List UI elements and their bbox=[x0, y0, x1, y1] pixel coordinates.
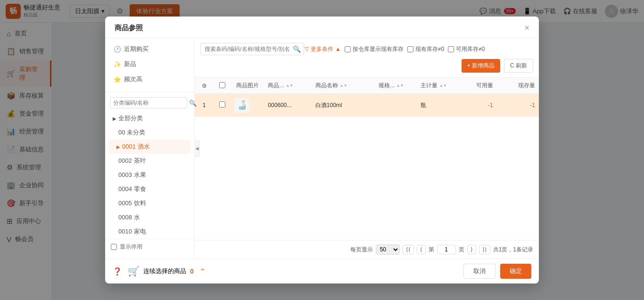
prev-page-button[interactable]: ⟨ bbox=[417, 245, 426, 254]
first-page-button[interactable]: ⟨⟨ bbox=[403, 245, 414, 254]
row-code: 000600... bbox=[264, 94, 311, 117]
per-page-select[interactable]: 50 20 100 bbox=[376, 244, 400, 255]
row-available-value: -1 bbox=[488, 102, 493, 108]
page-number-input[interactable] bbox=[437, 245, 456, 254]
cart-area: 🛒 连续选择的商品 0 bbox=[128, 266, 194, 277]
all-arrow-icon: ▶ bbox=[113, 116, 116, 121]
col-header-name[interactable]: 商品名称 ▲▼ bbox=[312, 78, 375, 94]
product-search-input[interactable] bbox=[200, 43, 304, 55]
warehouse-stock-checkbox[interactable] bbox=[345, 46, 351, 52]
row-checkbox[interactable] bbox=[219, 101, 225, 108]
tree-item-cat0005[interactable]: 0005 饮料 bbox=[109, 196, 190, 210]
modal-header: 商品参照 × bbox=[105, 17, 539, 38]
row-check[interactable] bbox=[214, 94, 231, 117]
col-header-settings: ⚙ bbox=[195, 78, 214, 94]
cat0001-arrow-icon: ▶ bbox=[116, 144, 120, 150]
cart-icon: 🛒 bbox=[128, 266, 140, 277]
stock-nonzero-label: 现有库存≠0 bbox=[415, 45, 444, 53]
modal-product-ref: 商品参照 × 🕐 近期购买 ✨ 新品 ⭐ 频次高 bbox=[105, 17, 539, 283]
row-stock-value: -1 bbox=[530, 102, 535, 108]
product-table: ⚙ 商品图片 商品... bbox=[195, 78, 539, 117]
last-page-button[interactable]: ⟩⟩ bbox=[479, 245, 490, 254]
tree-item-cat00[interactable]: 00 未分类 bbox=[109, 125, 190, 140]
row-spec bbox=[375, 94, 417, 117]
page-label: 第 bbox=[429, 246, 434, 254]
modal-close-button[interactable]: × bbox=[524, 23, 529, 33]
col-code-label: 商品... bbox=[268, 82, 284, 90]
col-available-label: 可用量 bbox=[476, 82, 493, 89]
modal-overlay[interactable]: 商品参照 × 🕐 近期购买 ✨ 新品 ⭐ 频次高 bbox=[0, 0, 644, 300]
category-search-row: 🔍 bbox=[105, 94, 194, 111]
sort-spec-icon: ▲▼ bbox=[396, 84, 404, 88]
product-thumbnail: 🍶 bbox=[234, 98, 249, 113]
tree-item-cat0005-label: 0005 饮料 bbox=[118, 199, 146, 208]
add-product-button[interactable]: + 新增商品 bbox=[462, 59, 500, 73]
tab-frequent[interactable]: ⭐ 频次高 bbox=[109, 72, 190, 86]
tree-item-cat00-label: 00 未分类 bbox=[118, 128, 145, 137]
tab-new-products[interactable]: ✨ 新品 bbox=[109, 57, 190, 71]
show-disabled-checkbox[interactable] bbox=[111, 244, 117, 250]
col-name-label: 商品名称 bbox=[315, 82, 338, 90]
row-unit-value: 瓶 bbox=[421, 102, 426, 108]
col-header-available: 可用量 bbox=[454, 78, 496, 94]
stock-nonzero-checkbox-label[interactable]: 现有库存≠0 bbox=[407, 45, 444, 53]
tree-item-all-label: 全部分类 bbox=[118, 114, 143, 123]
tree-item-cat0001[interactable]: ▶ 0001 酒水 bbox=[109, 140, 190, 154]
refresh-button[interactable]: C 刷新 bbox=[504, 59, 533, 73]
row-stock: -1 bbox=[497, 94, 539, 117]
table-header-row: ⚙ 商品图片 商品... bbox=[195, 78, 539, 94]
col-header-unit[interactable]: 主计量 ▲▼ bbox=[417, 78, 454, 94]
col-stock-label: 现存量 bbox=[518, 82, 535, 89]
modal-footer: ❓ 🛒 连续选择的商品 0 ⌃ 取消 确定 bbox=[105, 258, 539, 283]
warehouse-stock-checkbox-label[interactable]: 按仓库显示现有库存 bbox=[345, 45, 404, 53]
per-page-label: 每页显示 bbox=[350, 246, 373, 254]
tab-recent-label: 近期购买 bbox=[124, 45, 149, 53]
row-num-value: 1 bbox=[203, 102, 206, 108]
category-search-input[interactable] bbox=[110, 97, 187, 108]
tree-item-cat0010[interactable]: 0010 家电 bbox=[109, 225, 190, 239]
tree-item-cat0001-label: 0001 酒水 bbox=[122, 142, 150, 151]
cart-count: 0 bbox=[190, 267, 194, 275]
row-name: 白酒100ml bbox=[312, 94, 375, 117]
tree-item-all[interactable]: ▶ 全部分类 bbox=[109, 111, 190, 125]
product-img-icon: 🍶 bbox=[237, 100, 247, 110]
sort-name-icon: ▲▼ bbox=[340, 84, 347, 88]
tree-item-cat0003-label: 0003 水果 bbox=[118, 171, 146, 179]
show-disabled-row: 显示停用 bbox=[105, 239, 194, 255]
next-page-button[interactable]: ⟩ bbox=[467, 245, 476, 254]
tree-item-cat0010-label: 0010 家电 bbox=[118, 227, 146, 236]
available-nonzero-checkbox[interactable] bbox=[448, 46, 454, 52]
tree-item-cat0002[interactable]: 0002 茶叶 bbox=[109, 154, 190, 168]
settings-icon[interactable]: ⚙ bbox=[202, 83, 207, 89]
collapse-icon: ◀ bbox=[195, 146, 199, 151]
more-filter-button[interactable]: ▽ 更多条件 ▲ bbox=[305, 45, 341, 53]
cancel-button[interactable]: 取消 bbox=[463, 264, 495, 279]
help-icon[interactable]: ❓ bbox=[113, 267, 122, 276]
col-img-label: 商品图片 bbox=[236, 82, 259, 89]
right-panel: 🔍 ▽ 更多条件 ▲ 按仓库显示现有库存 现有库存≠0 bbox=[195, 38, 539, 258]
tab-recent-purchase[interactable]: 🕐 近期购买 bbox=[109, 42, 190, 56]
search-container: 🔍 bbox=[200, 43, 301, 55]
frequent-icon: ⭐ bbox=[114, 76, 121, 83]
collapse-left-panel-btn[interactable]: ◀ bbox=[194, 140, 200, 157]
confirm-button[interactable]: 确定 bbox=[500, 264, 531, 279]
tab-frequent-label: 频次高 bbox=[124, 75, 142, 83]
divider bbox=[105, 92, 194, 92]
stock-nonzero-checkbox[interactable] bbox=[407, 46, 413, 52]
tree-item-cat0008[interactable]: 0008 水 bbox=[109, 210, 190, 225]
col-header-code[interactable]: 商品... ▲▼ bbox=[264, 78, 311, 94]
table-row[interactable]: 1 🍶 bbox=[195, 94, 539, 117]
col-unit-label: 主计量 bbox=[421, 82, 438, 90]
tree-item-cat0004-label: 0004 零食 bbox=[118, 185, 146, 193]
filter-icon: ▽ bbox=[305, 46, 309, 52]
collapse-footer-icon[interactable]: ⌃ bbox=[199, 267, 206, 276]
select-all-checkbox[interactable] bbox=[219, 82, 225, 88]
category-search-icon[interactable]: 🔍 bbox=[189, 100, 197, 107]
col-header-spec[interactable]: 规格... ▲▼ bbox=[375, 78, 417, 94]
row-available: -1 bbox=[454, 94, 496, 117]
tree-item-cat0004[interactable]: 0004 零食 bbox=[109, 182, 190, 196]
row-code-value: 000600... bbox=[268, 102, 291, 108]
product-search-button[interactable]: 🔍 bbox=[293, 45, 301, 53]
available-nonzero-checkbox-label[interactable]: 可用库存≠0 bbox=[448, 45, 485, 53]
tree-item-cat0003[interactable]: 0003 水果 bbox=[109, 168, 190, 182]
